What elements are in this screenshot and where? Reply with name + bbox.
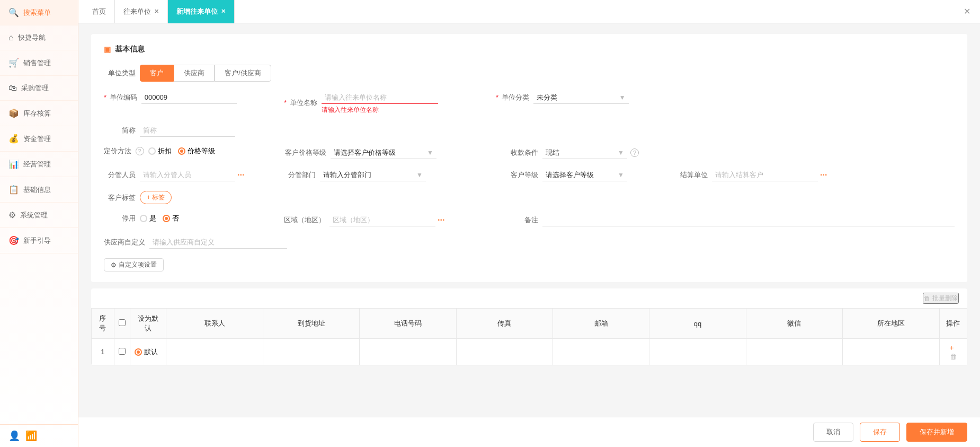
sidebar-item-finance[interactable]: 💰 资金管理 — [0, 126, 78, 152]
cancel-button[interactable]: 取消 — [813, 423, 853, 442]
row-checkbox[interactable] — [119, 348, 126, 355]
col-index: 序号 — [92, 309, 114, 339]
manager-input[interactable] — [140, 169, 235, 181]
tab-partners[interactable]: 往来单位 ✕ — [115, 0, 168, 23]
price-level-radio[interactable] — [178, 147, 185, 155]
short-name-label: 简称 — [104, 126, 136, 135]
row-address-cell[interactable] — [263, 339, 359, 365]
customer-price-select[interactable]: 请选择客户价格等级 — [331, 146, 436, 159]
row-region-input[interactable] — [847, 348, 934, 356]
row-default-radio[interactable] — [135, 348, 142, 356]
unit-type-both-btn[interactable]: 客户/供应商 — [215, 65, 271, 82]
row-email-input[interactable] — [557, 348, 645, 356]
col-checkbox[interactable] — [114, 309, 130, 339]
sales-icon: 🛒 — [8, 58, 19, 68]
sidebar-item-quicknav[interactable]: ⌂ 快捷导航 — [0, 25, 78, 50]
customize-btn[interactable]: ⚙ 自定义项设置 — [104, 258, 164, 271]
settlement-unit-more-btn[interactable]: ··· — [818, 170, 829, 180]
row-add-btn[interactable]: ＋ — [948, 344, 955, 352]
unit-name-label: * 单位名称 — [284, 98, 317, 108]
row-checkbox-cell[interactable] — [114, 339, 130, 365]
unit-code-input[interactable] — [141, 91, 237, 104]
row-qq-input[interactable] — [654, 348, 741, 356]
region-input[interactable] — [329, 214, 435, 226]
base-icon: 📋 — [8, 185, 19, 195]
unit-type-customer-btn[interactable]: 客户 — [140, 65, 174, 82]
close-partners-tab[interactable]: ✕ — [154, 8, 159, 15]
sidebar-bottom: 👤 📶 — [0, 424, 78, 447]
row-default-radio-label[interactable]: 默认 — [135, 347, 162, 357]
settlement-unit-input[interactable] — [712, 169, 818, 181]
row-fax-cell[interactable] — [456, 339, 553, 365]
unit-type-supplier-btn[interactable]: 供应商 — [174, 65, 215, 82]
payment-terms-help-icon[interactable]: ? — [630, 148, 639, 157]
col-region: 所在地区 — [843, 309, 939, 339]
tab-bar: 首页 往来单位 ✕ 新增往来单位 ✕ ✕ — [78, 0, 980, 23]
select-all-checkbox[interactable] — [119, 319, 126, 326]
system-icon: ⚙ — [8, 210, 16, 220]
region-more-btn[interactable]: ··· — [435, 215, 447, 225]
row-phone-cell[interactable] — [360, 339, 456, 365]
payment-terms-select[interactable]: 现结 — [542, 146, 627, 159]
region-label: 区域（地区） — [284, 215, 325, 225]
disabled-no-option[interactable]: 否 — [163, 214, 179, 223]
sidebar-item-base[interactable]: 📋 基础信息 — [0, 177, 78, 203]
short-name-input[interactable] — [140, 124, 235, 137]
sidebar-item-newbie[interactable]: 🎯 新手引导 — [0, 228, 78, 253]
manager-more-btn[interactable]: ··· — [235, 170, 246, 180]
sidebar-item-search[interactable]: 🔍 搜索菜单 — [0, 0, 78, 25]
row-email-cell[interactable] — [553, 339, 649, 365]
row-fax-input[interactable] — [461, 348, 548, 356]
contacts-table-section: 🗑 批量删除 序号 设为默认 联系人 到货地址 电话号码 传真 邮箱 qq — [91, 288, 967, 365]
disabled-group: 停用 是 否 — [104, 214, 284, 223]
table-row: 1 默认 — [92, 339, 967, 365]
save-and-new-button[interactable]: 保存并新增 — [906, 423, 967, 442]
sidebar-item-sales[interactable]: 🛒 销售管理 — [0, 50, 78, 76]
unit-category-select[interactable]: 未分类 — [533, 91, 629, 104]
sidebar-item-system[interactable]: ⚙ 系统管理 — [0, 203, 78, 228]
short-name-group: 简称 — [104, 124, 284, 137]
disabled-yes-option[interactable]: 是 — [140, 214, 156, 223]
dept-select[interactable]: 请输入分管部门 — [320, 169, 426, 181]
tab-new-partner[interactable]: 新增往来单位 ✕ — [168, 0, 235, 23]
row-wechat-input[interactable] — [751, 348, 838, 356]
save-button[interactable]: 保存 — [860, 423, 900, 442]
row-qq-cell[interactable] — [649, 339, 746, 365]
tab-home[interactable]: 首页 — [84, 0, 115, 23]
col-actions: 操作 — [939, 309, 967, 339]
customer-level-select[interactable]: 请选择客户等级 — [542, 169, 627, 181]
add-tag-btn[interactable]: + 标签 — [140, 191, 172, 204]
home-icon: ⌂ — [8, 33, 14, 42]
pricing-level-option[interactable]: 价格等级 — [178, 146, 215, 156]
close-all-tabs[interactable]: ✕ — [959, 6, 975, 16]
unit-category-group: * 单位分类 未分类 ▼ — [496, 91, 955, 104]
close-new-partner-tab[interactable]: ✕ — [221, 8, 226, 15]
pricing-help-icon[interactable]: ? — [136, 147, 144, 155]
disabled-label: 停用 — [104, 214, 136, 223]
disabled-no-radio[interactable] — [163, 215, 170, 222]
row-delete-btn[interactable]: 🗑 — [950, 353, 957, 361]
row-contact-input[interactable] — [171, 348, 258, 356]
user-icon[interactable]: 👤 — [8, 430, 20, 442]
sidebar-item-operations[interactable]: 📊 经营管理 — [0, 152, 78, 177]
pricing-discount-option[interactable]: 折扣 — [148, 146, 172, 156]
row-phone-input[interactable] — [364, 348, 451, 356]
unit-type-label: 单位类型 — [104, 68, 136, 78]
row-wechat-cell[interactable] — [746, 339, 842, 365]
sidebar-item-inventory[interactable]: 📦 库存核算 — [0, 101, 78, 126]
discount-radio[interactable] — [148, 147, 156, 155]
disabled-yes-radio[interactable] — [140, 215, 147, 222]
row-address-input[interactable] — [268, 348, 355, 356]
remark-input[interactable] — [542, 214, 955, 226]
row-contact-cell[interactable] — [166, 339, 263, 365]
unit-category-label: * 单位分类 — [496, 93, 529, 102]
row-region-cell[interactable] — [843, 339, 939, 365]
customer-price-group: 客户价格等级 请选择客户价格等级 ▼ — [284, 146, 506, 159]
sidebar-item-purchase[interactable]: 🛍 采购管理 — [0, 76, 78, 101]
batch-delete-btn[interactable]: 🗑 批量删除 — [923, 293, 959, 304]
supplier-custom-input[interactable] — [149, 236, 287, 249]
unit-name-input[interactable] — [322, 91, 438, 104]
remark-group: 备注 — [506, 214, 955, 226]
settlement-unit-group: 结算单位 ··· — [676, 169, 955, 181]
manager-group: 分管人员 ··· — [104, 169, 284, 181]
